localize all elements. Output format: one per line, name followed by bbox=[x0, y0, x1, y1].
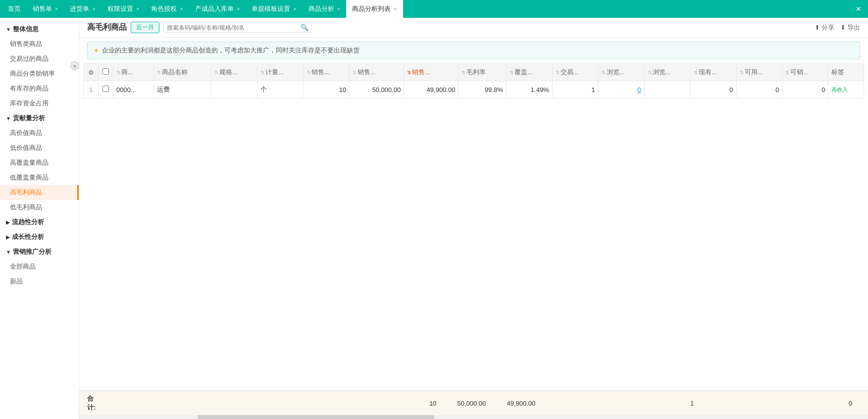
nav-close-permissions[interactable]: × bbox=[136, 6, 139, 12]
nav-item-home[interactable]: 首页 bbox=[2, 0, 27, 18]
table-row: 1 0000... 运费 个 10 50,000.00 49,900.00 99… bbox=[84, 81, 864, 98]
col-trade[interactable]: ⇅交易... bbox=[552, 64, 598, 81]
horizontal-scrollbar[interactable] bbox=[79, 415, 868, 419]
sidebar-item-traded-goods[interactable]: 交易过的商品 bbox=[0, 51, 79, 66]
export-icon: ⬇ bbox=[840, 24, 846, 31]
footer-trade: 1 bbox=[654, 400, 694, 407]
sidebar-item-category-rate[interactable]: 商品分类助销率 bbox=[0, 66, 79, 81]
col-unit[interactable]: ⇅计量... bbox=[257, 64, 304, 81]
nav-item-product-in[interactable]: 产成品入库单 × bbox=[189, 0, 246, 18]
header-actions: ⬆ 分享 ⬇ 导出 bbox=[815, 23, 860, 32]
sidebar-item-low-value[interactable]: 低价值商品 bbox=[0, 140, 79, 155]
scrollbar-thumb[interactable] bbox=[198, 415, 434, 419]
row-gross-rate: 99.8% bbox=[459, 81, 506, 98]
sidebar-item-high-coverage[interactable]: 高覆盖量商品 bbox=[0, 155, 79, 170]
row-tag: 高收入 bbox=[828, 81, 864, 98]
sidebar-group-flow[interactable]: ▶ 流趋性分析 bbox=[0, 215, 79, 230]
col-browse1[interactable]: ⇅浏览... bbox=[598, 64, 644, 81]
top-navigation: 首页 销售单 × 进货单 × 权限设置 × 角色授权 × 产成品入库单 × 单据… bbox=[0, 0, 868, 18]
col-gross-rate[interactable]: ⇅毛利率 bbox=[459, 64, 506, 81]
col-usable-stock[interactable]: ⇅可用... bbox=[736, 64, 782, 81]
sidebar-group-contribution[interactable]: ▼ 贡献量分析 bbox=[0, 111, 79, 126]
sidebar-item-stock-capital[interactable]: 库存资金占用 bbox=[0, 96, 79, 111]
share-icon: ⬆ bbox=[815, 24, 820, 31]
sidebar-group-overview[interactable]: ▼ 整体信息 bbox=[0, 22, 79, 37]
col-sales-qty[interactable]: ⇅销售... bbox=[304, 64, 350, 81]
arrow-icon-5: ▼ bbox=[6, 249, 11, 255]
col-code[interactable]: ⇅商... bbox=[113, 64, 154, 81]
footer-usable-stock: 0 bbox=[862, 400, 868, 407]
arrow-icon-4: ▶ bbox=[6, 234, 10, 240]
collapse-sidebar-button[interactable]: « bbox=[70, 61, 79, 70]
nav-close-purchase[interactable]: × bbox=[92, 6, 95, 12]
info-banner: ✦ 企业的主要的利润都是这部分商品创造的，可考虑加大推广，同时关注库存是不要出现… bbox=[87, 42, 860, 59]
sidebar-group-marketing[interactable]: ▼ 营销推广分析 bbox=[0, 244, 79, 259]
sidebar-group-growth[interactable]: ▶ 成长性分析 bbox=[0, 230, 79, 244]
nav-close-template[interactable]: × bbox=[293, 6, 296, 12]
nav-item-purchase[interactable]: 进货单 × bbox=[64, 0, 101, 18]
row-unit: 个 bbox=[257, 81, 304, 98]
sidebar-item-high-margin[interactable]: 高毛利商品 bbox=[0, 185, 79, 200]
row-trade: 1 bbox=[552, 81, 598, 98]
col-sellable-stock[interactable]: ⇅可销... bbox=[782, 64, 828, 81]
row-sales-qty: 10 bbox=[304, 81, 350, 98]
row-usable-stock: 0 bbox=[736, 81, 782, 98]
row-checkbox[interactable] bbox=[102, 86, 109, 92]
row-code: 0000... bbox=[113, 81, 154, 98]
window-close-button[interactable]: × bbox=[851, 4, 866, 14]
sidebar-item-low-margin[interactable]: 低毛利商品 bbox=[0, 200, 79, 215]
select-all-checkbox[interactable] bbox=[102, 68, 109, 75]
nav-close-product-in[interactable]: × bbox=[237, 6, 240, 12]
nav-close-analysis[interactable]: × bbox=[337, 6, 340, 12]
col-sales-amount[interactable]: ⇅销售... bbox=[350, 64, 404, 81]
export-button[interactable]: ⬇ 导出 bbox=[840, 23, 860, 32]
col-name[interactable]: ⇅商品名称 bbox=[153, 64, 211, 81]
col-sales-profit[interactable]: ⇅销售... bbox=[404, 64, 459, 81]
row-sellable-stock: 0 bbox=[782, 81, 828, 98]
sidebar-item-sales-goods[interactable]: 销售类商品 bbox=[0, 37, 79, 51]
row-browse1[interactable]: 0 bbox=[598, 81, 644, 98]
sidebar-item-in-stock[interactable]: 有库存的商品 bbox=[0, 81, 79, 96]
nav-close-role-auth[interactable]: × bbox=[180, 6, 183, 12]
data-table-wrap: ⚙ ⇅商... ⇅商品名称 ⇅规格... ⇅计量... ⇅销售... ⇅销售..… bbox=[79, 63, 868, 390]
col-browse2[interactable]: ⇅浏览... bbox=[644, 64, 690, 81]
row-browse2 bbox=[644, 81, 690, 98]
arrow-icon: ▼ bbox=[6, 27, 11, 32]
footer-sales-profit: 49,900.00 bbox=[496, 400, 535, 407]
search-input[interactable] bbox=[167, 24, 301, 31]
content-area: 高毛利商品 近一月 🔍 ⬆ 分享 ⬇ 导出 ✦ 企业的主要的利润都是这部分商品创… bbox=[79, 18, 868, 419]
row-checkbox-cell bbox=[99, 81, 113, 98]
nav-item-analysis[interactable]: 商品分析 × bbox=[303, 0, 346, 18]
search-box: 🔍 bbox=[163, 22, 312, 33]
col-spec[interactable]: ⇅规格... bbox=[211, 64, 257, 81]
nav-close-analysis-list[interactable]: × bbox=[394, 6, 397, 12]
nav-item-template[interactable]: 单据模板设置 × bbox=[246, 0, 302, 18]
col-tag: 标签 bbox=[828, 64, 864, 81]
row-sales-amount: 50,000.00 bbox=[350, 81, 404, 98]
nav-item-analysis-list[interactable]: 商品分析列表 × bbox=[346, 0, 403, 18]
col-checkbox bbox=[99, 64, 113, 81]
search-icon[interactable]: 🔍 bbox=[301, 24, 308, 31]
nav-item-sales[interactable]: 销售单 × bbox=[27, 0, 64, 18]
row-num: 1 bbox=[84, 81, 99, 98]
nav-item-role-auth[interactable]: 角色授权 × bbox=[145, 0, 189, 18]
col-current-stock[interactable]: ⇅现有... bbox=[690, 64, 736, 81]
info-icon: ✦ bbox=[94, 47, 99, 54]
sidebar-item-new-goods[interactable]: 新品 bbox=[0, 274, 79, 289]
sidebar-item-low-coverage[interactable]: 低覆盖量商品 bbox=[0, 170, 79, 185]
sidebar-item-all-goods[interactable]: 全部商品 bbox=[0, 259, 79, 274]
col-coverage[interactable]: ⇅覆盖... bbox=[506, 64, 552, 81]
sidebar-item-high-value[interactable]: 高价值商品 bbox=[0, 126, 79, 140]
footer-label: 合计: bbox=[87, 394, 96, 412]
col-settings[interactable]: ⚙ bbox=[84, 64, 99, 81]
share-button[interactable]: ⬆ 分享 bbox=[815, 23, 834, 32]
filter-recent-month-button[interactable]: 近一月 bbox=[131, 22, 159, 33]
arrow-icon-2: ▼ bbox=[6, 116, 11, 121]
main-area: ▼ 整体信息 销售类商品 交易过的商品 商品分类助销率 有库存的商品 库存资金占… bbox=[0, 18, 868, 419]
table-footer: 合计: 10 50,000.00 49,900.00 1 0 0 bbox=[79, 390, 868, 415]
arrow-icon-3: ▶ bbox=[6, 220, 10, 225]
content-header: 高毛利商品 近一月 🔍 ⬆ 分享 ⬇ 导出 bbox=[79, 18, 868, 38]
nav-item-permissions[interactable]: 权限设置 × bbox=[102, 0, 145, 18]
row-current-stock: 0 bbox=[690, 81, 736, 98]
nav-close-sales[interactable]: × bbox=[55, 6, 58, 12]
